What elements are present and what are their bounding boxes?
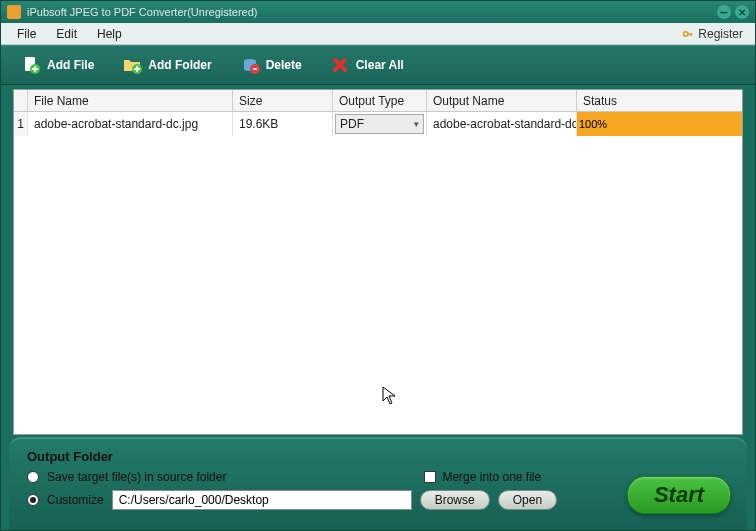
clear-all-icon (330, 55, 350, 75)
content-area: File Name Size Output Type Output Name S… (1, 85, 755, 437)
col-size[interactable]: Size (233, 90, 333, 111)
add-file-button[interactable]: Add File (21, 55, 94, 75)
merge-label: Merge into one file (442, 470, 541, 484)
delete-icon (240, 55, 260, 75)
row-output-type: PDF ▾ (333, 112, 427, 136)
save-source-label: Save target file(s) in source folder (47, 470, 226, 484)
output-path-input[interactable] (112, 490, 412, 510)
register-button[interactable]: Register (676, 25, 749, 43)
output-folder-title: Output Folder (27, 449, 729, 464)
add-folder-label: Add Folder (148, 58, 211, 72)
customize-radio[interactable] (27, 494, 39, 506)
row-num: 1 (14, 112, 28, 136)
browse-button[interactable]: Browse (420, 490, 490, 510)
output-type-value: PDF (340, 117, 364, 131)
table-row[interactable]: 1 adobe-acrobat-standard-dc.jpg 19.6KB P… (14, 112, 742, 136)
register-label: Register (698, 27, 743, 41)
col-filename[interactable]: File Name (28, 90, 233, 111)
add-file-icon (21, 55, 41, 75)
col-num (14, 90, 28, 111)
minimize-button[interactable]: – (717, 5, 731, 19)
save-source-radio[interactable] (27, 471, 39, 483)
customize-label: Customize (47, 493, 104, 507)
clear-all-button[interactable]: Clear All (330, 55, 404, 75)
col-output-type[interactable]: Output Type (333, 90, 427, 111)
chevron-down-icon: ▾ (414, 119, 419, 129)
app-icon (7, 5, 21, 19)
file-table: File Name Size Output Type Output Name S… (13, 89, 743, 435)
footer-wrap: Output Folder Save target file(s) in sou… (1, 437, 755, 530)
row-output-name: adobe-acrobat-standard-dc (427, 112, 577, 136)
add-folder-button[interactable]: Add Folder (122, 55, 211, 75)
key-icon (682, 28, 694, 40)
add-file-label: Add File (47, 58, 94, 72)
table-empty-area (14, 136, 742, 434)
clear-all-label: Clear All (356, 58, 404, 72)
delete-label: Delete (266, 58, 302, 72)
row-filename: adobe-acrobat-standard-dc.jpg (28, 112, 233, 136)
cursor-icon (382, 386, 398, 406)
menu-file[interactable]: File (7, 25, 46, 43)
open-button[interactable]: Open (498, 490, 557, 510)
col-output-name[interactable]: Output Name (427, 90, 577, 111)
toolbar: Add File Add Folder Delete Clear All (1, 45, 755, 85)
titlebar: iPubsoft JPEG to PDF Converter(Unregiste… (1, 1, 755, 23)
table-header: File Name Size Output Type Output Name S… (14, 90, 742, 112)
menu-help[interactable]: Help (87, 25, 132, 43)
row-status: 100% (577, 112, 742, 136)
delete-button[interactable]: Delete (240, 55, 302, 75)
row-size: 19.6KB (233, 112, 333, 136)
col-status[interactable]: Status (577, 90, 742, 111)
window-title: iPubsoft JPEG to PDF Converter(Unregiste… (27, 6, 713, 18)
start-button[interactable]: Start (627, 476, 731, 514)
menubar: File Edit Help Register (1, 23, 755, 45)
merge-checkbox[interactable] (424, 471, 436, 483)
add-folder-icon (122, 55, 142, 75)
output-type-select[interactable]: PDF ▾ (335, 114, 424, 134)
menu-edit[interactable]: Edit (46, 25, 87, 43)
app-window: iPubsoft JPEG to PDF Converter(Unregiste… (0, 0, 756, 531)
close-button[interactable]: ✕ (735, 5, 749, 19)
